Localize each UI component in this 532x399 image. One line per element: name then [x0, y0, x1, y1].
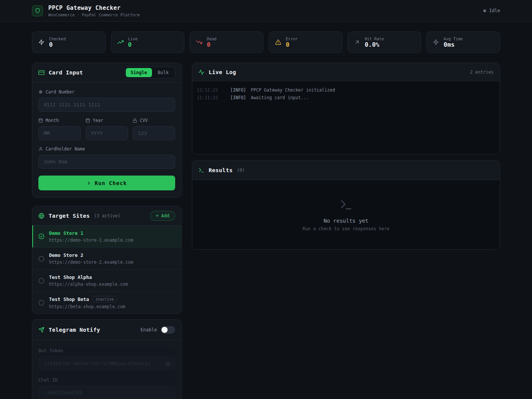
site-row-demo-store-1[interactable]: Demo Store 1 https://demo-store-1.exampl…	[32, 225, 181, 247]
month-input[interactable]	[38, 126, 81, 140]
inactive-badge: inactive	[92, 296, 117, 302]
card-number-input[interactable]	[38, 98, 175, 112]
telegram-body: Bot Token Chat ID	[32, 340, 181, 399]
card-input-panel: Card Input Single Bulk Card Number	[32, 63, 182, 198]
panel-title: Live Log	[209, 69, 236, 75]
log-console[interactable]: 11:11:22 [INFO] PPCP Gateway Checker ini…	[192, 81, 500, 154]
live-log-panel: Live Log 2 entries 11:11:22 [INFO] PPCP …	[192, 63, 500, 154]
site-name: Test Shop Alpha	[49, 274, 128, 280]
empty-subtitle: Run a check to see responses here	[302, 226, 389, 231]
cvv-input[interactable]	[133, 126, 175, 140]
cardholder-input[interactable]	[38, 155, 175, 169]
globe-icon	[38, 213, 44, 219]
stats-row: Checked 0 Live 0 Dead 0	[32, 32, 500, 53]
card-number-label: Card Number	[38, 89, 175, 95]
target-sites-header: Target Sites (3 active) + Add	[32, 206, 181, 225]
site-url: https://demo-store-1.example.com	[49, 238, 133, 243]
credit-card-icon	[38, 70, 44, 76]
cvv-label: CVV	[133, 118, 175, 123]
stat-value: 0.0%	[365, 42, 384, 48]
mode-bulk-button[interactable]: Bulk	[153, 68, 174, 77]
chat-id-input[interactable]	[38, 386, 175, 399]
empty-title: No results yet	[323, 218, 368, 224]
app-subtitle: WooCommerce · PayPal Commerce Platform	[48, 13, 139, 17]
live-log-header: Live Log 2 entries	[192, 63, 500, 81]
log-message: PPCP Gateway Checker initialized	[251, 86, 335, 94]
stat-card-live: Live 0	[111, 32, 185, 53]
telegram-header: Telegram Notify Enable	[32, 320, 181, 340]
site-url: https://beta-shop.example.com	[49, 304, 125, 309]
telegram-enable-toggle[interactable]	[161, 326, 175, 334]
status-dot-icon	[483, 10, 486, 12]
eye-icon[interactable]	[165, 361, 171, 366]
bot-token-label: Bot Token	[38, 348, 175, 353]
chat-id-label: Chat ID	[38, 377, 175, 383]
stat-label: Hit Rate	[365, 36, 384, 41]
stat-label: Live	[128, 36, 138, 41]
site-name: Demo Store 1	[49, 230, 133, 236]
circle-icon	[38, 256, 44, 262]
stat-card-hit-rate: Hit Rate 0.0%	[348, 32, 421, 53]
site-name: Demo Store 2	[49, 252, 133, 258]
cardholder-label: Cardholder Name	[38, 146, 175, 152]
arrow-up-right-icon	[354, 39, 360, 45]
results-header: Results (0)	[192, 161, 500, 180]
circle-icon	[38, 300, 44, 306]
hash-icon	[38, 90, 43, 94]
brand-text: PPCP Gateway Checker WooCommerce · PayPa…	[48, 5, 139, 17]
trending-up-icon	[117, 39, 124, 45]
panel-title: Card Input	[49, 70, 83, 76]
panel-title: Telegram Notify	[49, 327, 100, 333]
app-header: PPCP Gateway Checker WooCommerce · PayPa…	[0, 0, 532, 22]
results-count: (0)	[237, 168, 245, 173]
stat-card-checked: Checked 0	[32, 32, 106, 53]
brand: PPCP Gateway Checker WooCommerce · PayPa…	[32, 5, 139, 17]
status-indicator: Idle	[483, 8, 500, 13]
log-timestamp: 11:11:22	[197, 94, 230, 101]
site-url: https://demo-store-2.example.com	[49, 260, 133, 265]
year-label: Year	[86, 118, 128, 123]
stat-value: 0	[207, 42, 216, 48]
site-list: Demo Store 1 https://demo-store-1.exampl…	[32, 225, 181, 314]
mode-single-button[interactable]: Single	[126, 68, 152, 77]
card-input-body: Card Number Month	[32, 82, 181, 197]
stat-card-dead: Dead 0	[190, 32, 263, 53]
calendar-icon	[38, 118, 43, 123]
results-panel: Results (0) No results yet Run a check t…	[192, 160, 500, 250]
panel-title: Target Sites	[49, 213, 90, 219]
status-label: Idle	[489, 8, 500, 13]
add-site-button[interactable]: + Add	[150, 211, 175, 221]
stat-label: Avg Time	[443, 36, 463, 41]
stat-value: 0	[286, 42, 298, 48]
site-url: https://alpha-shop.example.com	[49, 282, 128, 287]
activity-icon	[198, 69, 204, 75]
bot-token-input[interactable]	[38, 356, 175, 370]
check-circle-icon	[38, 233, 44, 239]
stat-value: 0	[49, 42, 66, 48]
stat-value: 0ms	[443, 42, 463, 48]
telegram-notify-panel: Telegram Notify Enable Bot Token	[32, 319, 182, 399]
user-icon	[38, 147, 43, 151]
run-check-button[interactable]: Run Check	[38, 176, 175, 190]
log-message: Awaiting card input...	[251, 94, 309, 101]
alert-triangle-icon	[275, 39, 281, 45]
stat-label: Dead	[207, 36, 216, 41]
panel-title: Results	[209, 167, 233, 173]
app-title: PPCP Gateway Checker	[48, 5, 139, 11]
lock-icon	[133, 118, 137, 123]
site-row-test-shop-beta[interactable]: Test Shop Beta inactive https://beta-sho…	[32, 291, 181, 314]
results-empty-state: No results yet Run a check to see respon…	[192, 180, 500, 249]
site-row-demo-store-2[interactable]: Demo Store 2 https://demo-store-2.exampl…	[32, 247, 181, 269]
zap-icon	[433, 39, 439, 45]
stat-value: 0	[128, 42, 138, 48]
target-sites-panel: Target Sites (3 active) + Add Demo Store…	[32, 206, 182, 314]
terminal-icon	[198, 167, 204, 173]
shield-logo-icon	[32, 5, 43, 16]
site-row-test-shop-alpha[interactable]: Test Shop Alpha https://alpha-shop.examp…	[32, 269, 181, 291]
year-input[interactable]	[86, 126, 128, 140]
log-timestamp: 11:11:22	[197, 86, 230, 94]
log-level: [INFO]	[230, 86, 251, 94]
terminal-icon	[339, 198, 354, 212]
circle-icon	[38, 278, 44, 284]
stat-label: Error	[286, 36, 298, 41]
